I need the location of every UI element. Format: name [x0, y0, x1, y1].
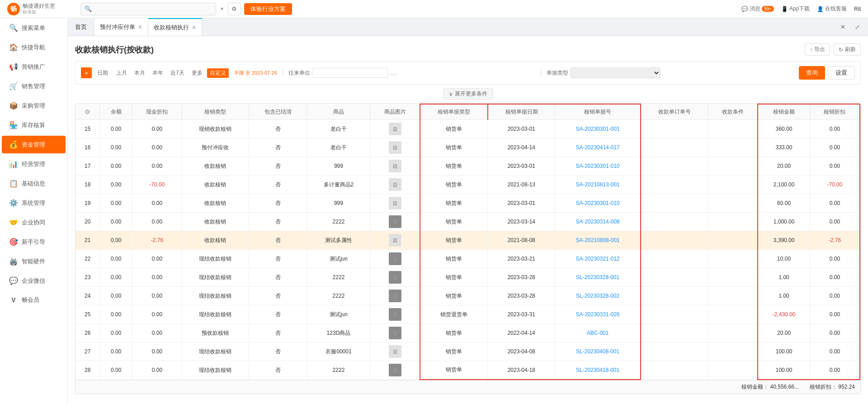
cell-id: 21: [75, 231, 100, 250]
cell-product-img: 🖼: [370, 250, 420, 268]
col-writeoff-discount: 核销折扣: [810, 104, 860, 120]
cell-product: 多计量商品2: [307, 176, 370, 194]
cell-receipt-condition: [708, 176, 758, 194]
bill-no-link[interactable]: SA-20230314-008: [576, 219, 619, 225]
gear-icon[interactable]: ⚙: [85, 108, 90, 115]
tab-close-prepay[interactable]: ✕: [138, 24, 142, 30]
sidebar-item-quicknav[interactable]: 🏠 快捷导航: [2, 38, 66, 56]
product-thumbnail: 🖼: [389, 215, 401, 228]
sidebar-item-operations[interactable]: 📊 经营管理: [2, 155, 66, 173]
this-year-btn[interactable]: 本年: [150, 68, 166, 78]
more-date-btn[interactable]: 更多: [189, 68, 205, 78]
tab-home[interactable]: 首页: [68, 18, 94, 36]
top-bar-center: 🔍 ▼ ⚙ 体验行业方案: [80, 3, 736, 15]
cell-writeoff-bill-date: 2023-04-08: [488, 342, 555, 361]
cell-receipt-order: [641, 231, 708, 250]
online-service-button[interactable]: 👤 在线客服: [817, 5, 847, 13]
user-menu-button[interactable]: Rit: [854, 6, 861, 12]
cell-writeoff-bill-no: SL-20230408-001: [555, 342, 641, 361]
cell-writeoff-discount: 0.00: [810, 361, 860, 380]
product-thumbnail: 🖼: [389, 234, 401, 247]
last-month-btn[interactable]: 上月: [113, 68, 130, 78]
col-settled: 包含已结清: [249, 104, 307, 120]
sidebar-item-search[interactable]: 🔍 搜索菜单: [2, 19, 66, 37]
cell-settled: 否: [249, 268, 307, 287]
bill-no-link[interactable]: SA-20230331-026: [576, 311, 619, 318]
query-button[interactable]: 查询: [799, 66, 825, 80]
data-table: ⚙ 余额 现金折扣 核销类型 包含已结清 商品 商品图片 核销单据类型 核销单据…: [75, 104, 860, 380]
custom-date-btn[interactable]: 自定义: [207, 68, 229, 78]
trial-industry-button[interactable]: 体验行业方案: [244, 3, 292, 15]
bill-no-link[interactable]: SA-20230301-010: [576, 200, 619, 206]
message-button[interactable]: 💬 消息 99+: [741, 5, 774, 13]
cell-id: 22: [75, 250, 100, 268]
refresh-button[interactable]: ↻ 刷新: [834, 43, 861, 56]
tab-prepay[interactable]: 预付冲应付单 ✕: [94, 18, 148, 36]
gear-settings-button[interactable]: ⚙: [228, 3, 241, 15]
table-row: 22 0.00 0.00 现结收款核销 否 测试jun 🖼 销货单 2023-0…: [75, 250, 860, 268]
bill-no-link[interactable]: SL-20230328-002: [576, 293, 619, 299]
col-cash-discount: 现金折扣: [132, 104, 182, 120]
bill-no-link[interactable]: SA-20230321-012: [576, 256, 619, 262]
tab-expand-button[interactable]: ⤢: [852, 22, 863, 33]
table-row: 15 0.00 0.00 现销收款核销 否 老白干 🖼 销货单 2023-03-…: [75, 120, 860, 138]
bill-no-link[interactable]: ABC-001: [587, 330, 609, 336]
cell-writeoff-bill-no: SA-20230301-001: [555, 120, 641, 138]
cell-writeoff-bill-no: SA-20230314-008: [555, 213, 641, 231]
cell-id: 28: [75, 361, 100, 380]
bill-no-link[interactable]: SA-20210813-001: [576, 181, 619, 188]
cell-id: 18: [75, 176, 100, 194]
export-button[interactable]: ↑ 导出: [805, 43, 830, 56]
sidebar-item-wechat[interactable]: 💬 企业微信: [2, 272, 66, 290]
product-thumbnail: 🖼: [389, 252, 401, 265]
tab-close-all-button[interactable]: ✕: [837, 22, 848, 33]
dropdown-arrow-icon[interactable]: ▼: [220, 6, 224, 11]
sidebar-item-purchase[interactable]: 📦 采购管理: [2, 97, 66, 114]
sidebar-item-enterprise[interactable]: 🤝 企业协同: [2, 214, 66, 231]
cell-cash-discount: -2.76: [132, 231, 182, 250]
cell-writeoff-discount: 0.00: [810, 157, 860, 176]
basic-info-icon: 📋: [9, 179, 18, 188]
bill-no-link[interactable]: SA-20230301-001: [576, 126, 619, 132]
cell-id: 26: [75, 324, 100, 342]
bill-no-link[interactable]: SL-20230328-001: [576, 274, 619, 280]
bill-no-link[interactable]: SA-20230414-017: [576, 144, 619, 151]
partner-more-icon[interactable]: …: [390, 69, 397, 77]
filter-expand-button[interactable]: »: [81, 67, 92, 78]
bill-no-link[interactable]: SA-20210808-001: [576, 237, 619, 243]
sidebar-item-system[interactable]: ⚙️ 系统管理: [2, 194, 66, 212]
col-gear[interactable]: ⚙: [75, 104, 100, 120]
cell-product: 999: [307, 194, 370, 213]
cell-writeoff-type: 现结收款核销: [182, 268, 249, 287]
bill-type-select[interactable]: [570, 67, 660, 78]
table-row: 20 0.00 0.00 收款核销 否 2222 🖼 销货单 2023-03-1…: [75, 213, 860, 231]
cell-cash-discount: 0.00: [132, 213, 182, 231]
last-7-days-btn[interactable]: 近7天: [168, 68, 187, 78]
cell-writeoff-bill-type: 销货单: [420, 120, 488, 138]
sidebar-item-finance[interactable]: 💰 资金管理: [2, 136, 66, 153]
app-download-button[interactable]: 📱 App下载: [781, 5, 810, 13]
tab-receipt-writeoff[interactable]: 收款核销执行 ✕: [148, 18, 202, 36]
cell-writeoff-bill-type: 销货单: [420, 250, 488, 268]
partner-input[interactable]: [312, 68, 388, 78]
sidebar-item-sales[interactable]: 🛒 销售管理: [2, 77, 66, 95]
bill-no-link[interactable]: SA-20230301-010: [576, 163, 619, 169]
sidebar-item-marketing[interactable]: 📢 营销推广: [2, 58, 66, 76]
cell-balance: 0.00: [100, 231, 132, 250]
top-search-bar: 🔍: [80, 3, 216, 15]
cell-writeoff-bill-date: 2023-03-14: [488, 213, 555, 231]
bill-no-link[interactable]: SL-20230418-001: [576, 367, 619, 373]
filter-setting-button[interactable]: 设置: [828, 66, 855, 80]
sidebar-item-vip[interactable]: V 畅会员: [2, 291, 66, 309]
sidebar-item-beginner[interactable]: 🎯 新手引导: [2, 233, 66, 251]
bill-no-link[interactable]: SL-20230408-001: [576, 348, 619, 355]
tab-close-receipt[interactable]: ✕: [192, 24, 196, 31]
expand-more-button[interactable]: ∨ 展开更多条件: [443, 88, 493, 100]
sidebar-item-inventory[interactable]: 🏪 库存核算: [2, 116, 66, 134]
sidebar-item-hardware[interactable]: 🖨️ 智能硬件: [2, 252, 66, 270]
col-receipt-order: 收款单订单号: [641, 104, 708, 120]
operations-icon: 📊: [9, 160, 18, 168]
this-month-btn[interactable]: 本月: [132, 68, 148, 78]
sidebar-item-basic-info[interactable]: 📋 基础信息: [2, 175, 66, 192]
cell-product: 2222: [307, 213, 370, 231]
